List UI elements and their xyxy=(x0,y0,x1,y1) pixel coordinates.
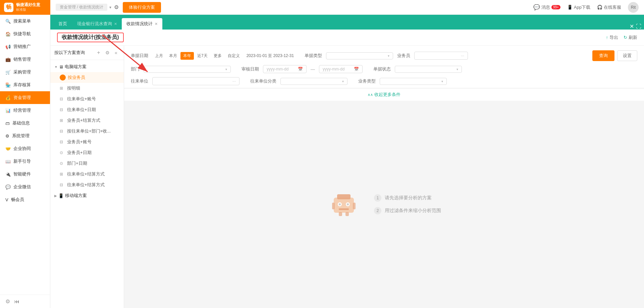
tab-close-bank[interactable]: ✕ xyxy=(114,22,117,26)
sidebar-item-guide[interactable]: 📖 新手引导 xyxy=(0,155,50,168)
scheme-item-detail[interactable]: ⊞ 按明细 xyxy=(50,83,124,94)
sidebar-item-basic[interactable]: 🗃 基础信息 xyxy=(0,117,50,130)
footer-settings-icon[interactable]: ⚙ xyxy=(5,298,10,305)
tip-num-2: 2 xyxy=(374,207,381,214)
settings-button[interactable]: ⚙ xyxy=(114,4,119,10)
status-dropdown: ▾ xyxy=(457,67,458,71)
salesperson-label: 业务员 xyxy=(397,53,410,59)
sidebar-item-hardware[interactable]: 🔌 智能硬件 xyxy=(0,168,50,181)
review-date-to[interactable]: yyyy-mm-dd 📅 xyxy=(319,65,363,73)
sidebar-item-system[interactable]: ⚙ 系统管理 xyxy=(0,130,50,142)
date-tab-thisyear[interactable]: 本年 xyxy=(180,52,194,60)
salesperson-select[interactable]: ··· xyxy=(414,52,468,60)
query-area: 单据日期 上月 本月 本年 近7天 更多 自定义 2023-01-01 至 20… xyxy=(124,46,644,308)
svg-rect-6 xyxy=(339,208,349,210)
logo-icon: 畅 xyxy=(4,3,13,12)
scheme-item-salesperson-settle[interactable]: ⊞ 业务员+结算方式 xyxy=(50,115,124,126)
sidebar-item-inventory[interactable]: 🏪 库存核算 xyxy=(0,79,50,91)
sidebar-item-cooperation[interactable]: 🤝 企业协同 xyxy=(0,142,50,155)
sidebar-item-finance[interactable]: 💰 资金管理 xyxy=(0,91,50,104)
online-service-btn[interactable]: 🎧 在线客服 xyxy=(597,4,621,10)
scheme-item-unit-date[interactable]: ⊟ 往来单位+日期 xyxy=(50,104,124,115)
counterpart-select[interactable]: ··· xyxy=(152,77,239,85)
scheme-setting-btn[interactable]: ⚙ xyxy=(104,49,111,56)
scheme-panel: 按以下方案查询 + ⚙ « ▼ 🖥 电脑端方案 xyxy=(50,46,124,308)
page-title-box: 收款情况统计(按业务员) xyxy=(57,33,124,42)
sidebar-item-search[interactable]: 🔍 搜索菜单 xyxy=(0,15,50,28)
scheme-collapse-btn[interactable]: « xyxy=(112,49,120,56)
scheme-item-unit-settle2[interactable]: ⊟ 往来单位+结算方式 xyxy=(50,179,124,190)
collapse-bar[interactable]: ∧∧ 收起更多条件 xyxy=(124,88,644,101)
scheme-item-salesperson[interactable]: 按业务员 xyxy=(50,72,124,83)
scheme-add-btn[interactable]: + xyxy=(95,49,102,56)
sidebar-item-purchase[interactable]: 🛒 采购管理 xyxy=(0,66,50,79)
group-icon: 🖥 xyxy=(59,64,63,69)
export-btn[interactable]: ↑ 导出 xyxy=(606,35,619,41)
date-tab-7days[interactable]: 近7天 xyxy=(195,52,210,60)
review-date-from[interactable]: yyyy-mm-dd 📅 xyxy=(263,65,307,73)
business-type-select[interactable]: ▾ xyxy=(380,78,447,85)
download-icon: 📱 xyxy=(567,5,573,10)
tab-receipt-stats[interactable]: 收款情况统计 ✕ xyxy=(122,18,162,30)
tab-bank-flow[interactable]: 现金银行流水查询 ✕ xyxy=(72,18,122,30)
salesperson-more-icon: ··· xyxy=(461,53,464,58)
doc-status-select[interactable]: ▾ xyxy=(395,66,462,73)
sidebar-item-marketing[interactable]: 📢 营销推广 xyxy=(0,40,50,53)
sidebar-item-wechat[interactable]: 💬 企业微信 xyxy=(0,181,50,193)
doc-type-select[interactable]: ▾ xyxy=(326,52,393,59)
counterpart-classify-select[interactable]: ▾ xyxy=(280,78,347,85)
date-tab-lastmonth[interactable]: 上月 xyxy=(152,52,166,60)
trial-btn[interactable]: 体验行业方案 xyxy=(123,2,161,13)
scheme-item-unit-settle1[interactable]: ⊞ 往来单位+结算方式 xyxy=(50,169,124,179)
mobile-group-arrow: ▶ xyxy=(54,194,57,198)
basic-icon: 🗃 xyxy=(5,121,10,126)
date-tab-custom[interactable]: 自定义 xyxy=(225,52,243,60)
refresh-btn[interactable]: ↻ 刷新 xyxy=(624,35,637,41)
classify-dropdown: ▾ xyxy=(342,80,344,83)
scheme-group-desktop-header[interactable]: ▼ 🖥 电脑端方案 xyxy=(50,61,124,72)
sidebar-item-member[interactable]: V 畅会员 xyxy=(0,193,50,206)
date-range-display: 2023-01-01 至 2023-12-31 xyxy=(247,53,294,59)
scheme-item-dept-date[interactable]: ⊙ 部门+日期 xyxy=(50,158,124,169)
breadcrumb-dropdown-icon[interactable]: ▾ xyxy=(109,5,111,10)
scheme-group-mobile: ▶ 📱 移动端方案 xyxy=(50,190,124,201)
sidebar-footer: ⚙ ⏮ xyxy=(0,295,50,308)
tab-maximize-btn[interactable]: ⛶ xyxy=(636,23,641,30)
dropdown-icon: ▾ xyxy=(388,54,389,58)
breadcrumb: 资金管理 / 收款情况统计 xyxy=(56,4,107,11)
message-btn[interactable]: 💬 消息 99+ xyxy=(533,4,560,10)
scheme-item-unit-dept[interactable]: ⊟ 按往来单位+部门+收... xyxy=(50,126,124,137)
sidebar-item-operations[interactable]: 📊 经营管理 xyxy=(0,104,50,117)
avatar[interactable]: Rit xyxy=(628,2,639,13)
date-tab-more[interactable]: 更多 xyxy=(211,52,224,60)
dept-label: 部门 xyxy=(131,66,140,72)
setting-btn[interactable]: 设置 xyxy=(617,50,637,61)
dept-select[interactable]: ▾ xyxy=(144,66,231,73)
svg-rect-0 xyxy=(334,198,354,213)
sidebar-item-quicknav[interactable]: 🏠 快捷导航 xyxy=(0,28,50,40)
scheme-item-salesperson-account[interactable]: ⊟ 业务员+账号 xyxy=(50,137,124,147)
tab-close-receipt[interactable]: ✕ xyxy=(155,22,158,26)
sidebar-item-sales[interactable]: 💼 销售管理 xyxy=(0,53,50,66)
search-icon: 🔍 xyxy=(5,19,11,24)
counterpart-classify-label: 往来单位分类 xyxy=(250,78,276,84)
tab-home[interactable]: 首页 xyxy=(53,18,72,30)
item-icon: ⊞ xyxy=(60,86,65,91)
edition-badge: 标准版 xyxy=(16,7,40,12)
app-download-btn[interactable]: 📱 App下载 xyxy=(567,4,590,10)
message-icon: 💬 xyxy=(533,4,540,10)
footer-collapse-icon[interactable]: ⏮ xyxy=(14,299,19,305)
svg-rect-1 xyxy=(337,194,351,199)
scheme-item-unit-account[interactable]: ⊟ 往来单位+账号 xyxy=(50,94,124,104)
item-icon: ⊙ xyxy=(60,150,65,155)
query-btn[interactable]: 查询 xyxy=(592,50,614,61)
operations-icon: 📊 xyxy=(5,108,11,113)
sidebar: 🔍 搜索菜单 🏠 快捷导航 📢 营销推广 💼 销售管理 🛒 采购管理 🏪 库存核… xyxy=(0,15,50,308)
scheme-group-mobile-header[interactable]: ▶ 📱 移动端方案 xyxy=(50,190,124,201)
tab-close-window-btn[interactable]: ✕ xyxy=(630,23,634,30)
date-tab-thismonth[interactable]: 本月 xyxy=(166,52,180,60)
message-badge: 99+ xyxy=(551,5,560,9)
scheme-item-salesperson-date[interactable]: ⊙ 业务员+日期 xyxy=(50,147,124,158)
mobile-group-icon: 📱 xyxy=(58,193,64,198)
service-icon: 🎧 xyxy=(597,5,602,10)
